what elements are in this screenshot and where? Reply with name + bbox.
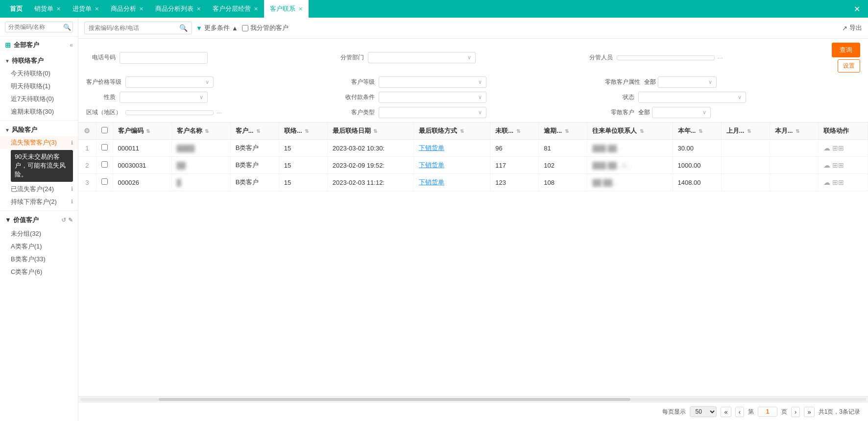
per-page-select[interactable]: 50 100 200: [690, 406, 717, 417]
close-icon[interactable]: ✕: [139, 6, 144, 12]
sort-icon[interactable]: ⇅: [256, 128, 260, 134]
sidebar-item-declining[interactable]: 持续下滑客户(2) ℹ: [0, 196, 78, 208]
more-conditions-button[interactable]: ▼ 更多条件 ▲: [196, 24, 238, 32]
sort-icon[interactable]: ⇅: [205, 128, 209, 134]
nav-home[interactable]: 首页: [4, 0, 28, 18]
filter-bar: 🔍 ▼ 更多条件 ▲ 我分管的客户 ↗ 导出: [78, 18, 868, 39]
sidebar-item-class-b[interactable]: B类客户(33): [0, 253, 78, 266]
row-checkbox[interactable]: [101, 144, 108, 150]
nav-customer-tier[interactable]: 客户分层经营 ✕: [207, 0, 264, 18]
export-icon: ↗: [842, 25, 847, 32]
settings-button[interactable]: 设置: [838, 59, 860, 73]
settings-cog-icon[interactable]: ⚙: [84, 127, 90, 135]
row-checkbox[interactable]: [101, 178, 108, 185]
price-grade-select[interactable]: ∨: [125, 76, 214, 88]
phone-input[interactable]: [120, 52, 208, 64]
nav-product-analysis-list[interactable]: 商品分析列表 ✕: [149, 0, 207, 18]
horizontal-scrollbar[interactable]: [78, 396, 868, 402]
sort-icon[interactable]: ⇅: [565, 128, 569, 134]
sidebar-item-today[interactable]: 今天待联络(0): [0, 67, 78, 80]
page-number-input[interactable]: [758, 407, 777, 417]
sidebar-item-tomorrow[interactable]: 明天待联络(1): [0, 80, 78, 93]
payment-select[interactable]: ∨: [379, 92, 486, 103]
person-select[interactable]: [617, 55, 715, 60]
sort-icon[interactable]: ⇅: [699, 128, 702, 134]
th-action: 联络动作: [818, 123, 868, 140]
close-icon[interactable]: ✕: [95, 6, 99, 12]
sidebar-item-class-c[interactable]: C类客户(6): [0, 266, 78, 278]
filter-search-button[interactable]: 🔍: [179, 24, 188, 32]
cell-last-method[interactable]: 下销货单: [414, 174, 490, 191]
first-page-button[interactable]: «: [721, 407, 731, 417]
sidebar-search-icon[interactable]: 🔍: [63, 24, 71, 31]
sort-icon[interactable]: ⇅: [640, 128, 644, 134]
region-select[interactable]: [125, 110, 214, 115]
nav-purchase-order[interactable]: 进货单 ✕: [67, 0, 105, 18]
sidebar-section-pending[interactable]: ▼ 待联络客户: [0, 53, 78, 67]
sidebar-item-ungroup[interactable]: 未分组(32): [0, 227, 78, 240]
contact-icon[interactable]: ☁: [823, 144, 830, 152]
more-options-icon[interactable]: ···: [715, 54, 726, 61]
filter-row-4: 区域（地区） ··· 客户类型 ∨ 零散客户 全部 ∨: [86, 107, 860, 118]
query-button[interactable]: 查询: [832, 43, 860, 57]
filter-search-input[interactable]: [89, 25, 179, 31]
sidebar-item-overdue[interactable]: 逾期未联络(30): [0, 105, 78, 118]
sort-icon[interactable]: ⇅: [516, 128, 520, 134]
sidebar: 🔍 ⊞ 全部客户 « ▼ 待联络客户 今天待联络(0) 明天待联络(1) 近7天…: [0, 18, 78, 421]
close-icon[interactable]: ✕: [298, 6, 303, 12]
more-action-icon[interactable]: ⊞⊞: [832, 161, 844, 169]
last-page-button[interactable]: »: [804, 407, 814, 417]
prev-page-button[interactable]: ‹: [735, 407, 744, 417]
info-icon[interactable]: ℹ: [71, 140, 73, 146]
sidebar-item-churn-warning[interactable]: 流失预警客户(3) ℹ: [0, 136, 78, 149]
more-action-icon[interactable]: ⊞⊞: [832, 144, 844, 152]
my-customers-filter[interactable]: 我分管的客户: [242, 24, 289, 32]
close-icon[interactable]: ✕: [196, 6, 201, 12]
sidebar-section-value[interactable]: ▼ 价值客户 ↺ ✎: [0, 213, 78, 227]
cell-this-year: 1408.00: [673, 174, 721, 191]
nature-select[interactable]: ∨: [120, 92, 208, 103]
dept-select[interactable]: ∨: [368, 52, 476, 63]
sidebar-item-class-a[interactable]: A类客户(1): [0, 240, 78, 253]
select-all-checkbox[interactable]: [101, 127, 108, 133]
nav-product-analysis[interactable]: 商品分析 ✕: [105, 0, 149, 18]
close-all-button[interactable]: ✕: [850, 4, 864, 14]
export-button[interactable]: ↗ 导出: [842, 24, 862, 32]
close-icon[interactable]: ✕: [56, 6, 61, 12]
contact-icon[interactable]: ☁: [823, 178, 830, 186]
close-icon[interactable]: ✕: [254, 6, 258, 12]
sidebar-item-churned[interactable]: 已流失客户(24) ℹ: [0, 183, 78, 196]
next-page-button[interactable]: ›: [791, 407, 800, 417]
info-icon[interactable]: ℹ: [71, 198, 73, 205]
row-checkbox[interactable]: [101, 161, 108, 168]
my-customers-checkbox[interactable]: [242, 25, 248, 31]
more-options-icon[interactable]: ···: [214, 109, 225, 116]
retail-attr-select[interactable]: ∨: [658, 76, 717, 88]
edit-icon[interactable]: ✎: [68, 217, 73, 223]
nav-sales-order[interactable]: 销货单 ✕: [28, 0, 67, 18]
filter-customer-grade: 客户等级 ∨: [345, 76, 601, 88]
cell-last-method[interactable]: 下销货单: [414, 157, 490, 174]
refresh-icon[interactable]: ↺: [61, 217, 66, 223]
sort-icon[interactable]: ⇅: [747, 128, 751, 134]
cell-last-method[interactable]: 下销货单: [414, 140, 490, 157]
th-name: 客户名称 ⇅: [171, 123, 230, 140]
sort-icon[interactable]: ⇅: [460, 128, 464, 134]
nav-customer-contact[interactable]: 客户联系 ✕: [264, 0, 309, 18]
sort-icon[interactable]: ⇅: [796, 128, 799, 134]
sort-icon[interactable]: ⇅: [305, 128, 309, 134]
customer-grade-select[interactable]: ∨: [379, 76, 486, 88]
sidebar-all-customers[interactable]: ⊞ 全部客户 «: [0, 37, 78, 53]
sidebar-item-7days[interactable]: 近7天待联络(0): [0, 93, 78, 105]
scrollbar-thumb[interactable]: [159, 398, 630, 401]
customer-type-select[interactable]: ∨: [379, 107, 486, 118]
contact-icon[interactable]: ☁: [823, 161, 830, 169]
collapse-icon[interactable]: «: [70, 42, 73, 49]
info-icon[interactable]: ℹ: [71, 186, 73, 192]
sort-icon[interactable]: ⇅: [373, 128, 377, 134]
status-select[interactable]: ∨: [638, 92, 746, 103]
sidebar-section-risk[interactable]: ▼ 风险客户: [0, 123, 78, 136]
retail-customer-select[interactable]: ∨: [652, 107, 711, 118]
more-action-icon[interactable]: ⊞⊞: [832, 178, 844, 186]
sort-icon[interactable]: ⇅: [146, 128, 150, 134]
